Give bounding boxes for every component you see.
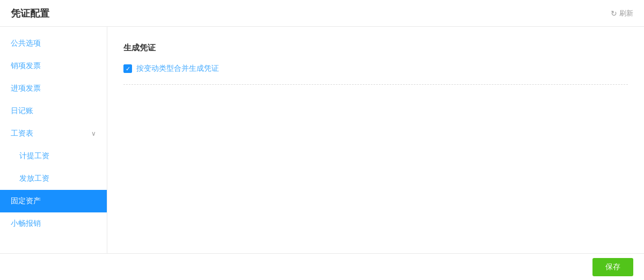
sidebar-item-expense-reimbursement[interactable]: 小畅报销: [0, 212, 107, 235]
refresh-label: 刷新: [619, 9, 633, 18]
sidebar-item-label: 计提工资: [19, 151, 49, 161]
sidebar-item-fixed-assets[interactable]: 固定资产: [0, 190, 107, 212]
sidebar-item-sales-invoice[interactable]: 销项发票: [0, 55, 107, 77]
sidebar-item-label: 发放工资: [19, 174, 49, 183]
body: 公共选项销项发票进项发票日记账工资表∨计提工资发放工资固定资产小畅报销 生成凭证…: [0, 27, 644, 253]
sidebar-item-commission-payroll[interactable]: 计提工资: [0, 145, 107, 167]
sidebar-item-label: 日记账: [11, 106, 33, 116]
save-button[interactable]: 保存: [592, 258, 633, 276]
refresh-button[interactable]: ↻ 刷新: [611, 9, 633, 18]
page-title: 凭证配置: [11, 7, 49, 20]
sidebar: 公共选项销项发票进项发票日记账工资表∨计提工资发放工资固定资产小畅报销: [0, 27, 107, 253]
page-wrapper: 凭证配置 ↻ 刷新 公共选项销项发票进项发票日记账工资表∨计提工资发放工资固定资…: [0, 0, 644, 280]
sidebar-item-purchase-invoice[interactable]: 进项发票: [0, 77, 107, 100]
chevron-down-icon: ∨: [91, 130, 96, 137]
checkmark-icon: ✓: [126, 66, 130, 72]
sidebar-item-label: 工资表: [11, 129, 33, 138]
sidebar-item-label: 公共选项: [11, 39, 41, 48]
sidebar-item-public-options[interactable]: 公共选项: [0, 32, 107, 55]
main-content: 生成凭证 ✓ 按变动类型合并生成凭证: [107, 27, 644, 253]
sidebar-item-payroll-table[interactable]: 工资表∨: [0, 122, 107, 145]
section-divider: [123, 84, 628, 85]
sidebar-item-label: 进项发票: [11, 84, 41, 93]
sidebar-item-label: 销项发票: [11, 61, 41, 71]
section-title: 生成凭证: [123, 43, 628, 53]
sidebar-item-distribute-payroll[interactable]: 发放工资: [0, 167, 107, 190]
sidebar-item-label: 小畅报销: [11, 219, 41, 229]
sidebar-item-journal[interactable]: 日记账: [0, 100, 107, 122]
merge-voucher-row: ✓ 按变动类型合并生成凭证: [123, 64, 628, 73]
sidebar-item-label: 固定资产: [11, 196, 41, 206]
refresh-icon: ↻: [611, 9, 617, 18]
footer: 保存: [0, 253, 644, 280]
merge-voucher-checkbox[interactable]: ✓: [123, 64, 132, 73]
merge-voucher-label: 按变动类型合并生成凭证: [136, 64, 219, 73]
header: 凭证配置 ↻ 刷新: [0, 0, 644, 27]
